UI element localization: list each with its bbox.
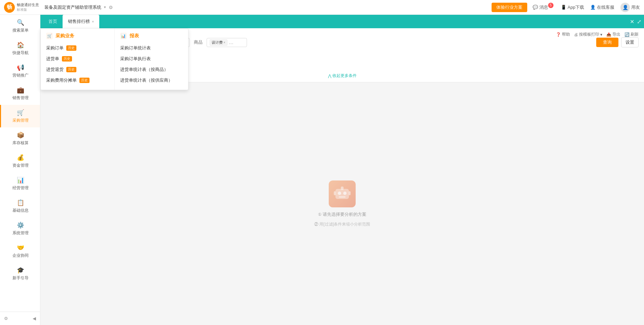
svg-point-2 (343, 192, 347, 195)
filter-toolbar-right: ❓ 帮助 🖨 按模板打印 ▾ 📤 导出 🔄 刷新 (556, 32, 639, 37)
message-icon: 💬 (533, 5, 538, 10)
sidebar-bottom: ⚙ ◀ (0, 312, 40, 325)
sidebar-item-label: 基础信息 (12, 208, 29, 213)
sidebar-item-nav[interactable]: 🏠 快捷导航 (0, 37, 40, 60)
empty-hint-1: ① 请先选择要分析的方案 (318, 211, 366, 217)
settings-button[interactable]: 设置 (621, 37, 639, 47)
system-settings-icon[interactable]: ⚙ (109, 5, 113, 10)
dropdown-item-return[interactable]: 进货退货 历史 (43, 64, 112, 75)
dropdown-item-report-1[interactable]: 采购订单执行表 (117, 53, 186, 64)
online-service-button[interactable]: 👤 在线客服 (590, 4, 614, 10)
dropdown-item-inbound[interactable]: 进货单 历史 (43, 53, 112, 64)
purchase-col: 🛒 采购业务 采购订单 历史 进货单 历史 进货退货 历史 采购费用分摊单 历史 (41, 29, 115, 90)
purchase-icon: 🛒 (17, 109, 24, 116)
refresh-icon: 🔄 (624, 32, 630, 37)
system-dropdown-arrow[interactable]: ▾ (104, 5, 106, 9)
app-download-button[interactable]: 📱 App下载 (561, 4, 584, 10)
sidebar-item-guide[interactable]: 🎓 新手引导 (0, 262, 40, 285)
logo-icon: 畅 (4, 2, 15, 13)
sidebar-item-basic[interactable]: 📋 基础信息 (0, 195, 40, 217)
message-button[interactable]: 💬 消息 5 (533, 4, 555, 10)
sidebar-item-purchase[interactable]: 🛒 采购管理 (0, 105, 40, 127)
dropdown-item-report-2[interactable]: 进货单统计表（按商品） (117, 64, 186, 75)
sidebar-item-label: 新手引导 (12, 275, 29, 281)
svg-point-1 (338, 192, 341, 195)
robot-svg (332, 184, 352, 204)
dropdown-item-report-0[interactable]: 采购订单统计表 (117, 43, 186, 53)
operation-icon: 📊 (17, 176, 24, 184)
purchase-dropdown: 🛒 采购业务 采购订单 历史 进货单 历史 进货退货 历史 采购费用分摊单 历史… (40, 28, 188, 90)
dropdown-item-report-3[interactable]: 进货单统计表（按供应商） (117, 75, 186, 86)
svg-rect-6 (349, 191, 351, 195)
sidebar-settings-icon[interactable]: ⚙ (4, 316, 8, 321)
dots-goods[interactable]: … (229, 40, 234, 45)
sidebar-item-enterprise[interactable]: 🤝 企业协同 (0, 240, 40, 262)
refresh-button[interactable]: 🔄 刷新 (624, 32, 639, 37)
print-button[interactable]: 🖨 按模板打印 ▾ (574, 32, 602, 37)
help-icon: ❓ (556, 32, 561, 37)
report-col-icon: 📊 (120, 33, 127, 39)
history-badge-2: 历史 (66, 67, 76, 72)
report-col: 📊 报表 采购订单统计表 采购订单执行表 进货单统计表（按商品） 进货单统计表（… (115, 29, 188, 90)
report-col-header: 📊 报表 (117, 33, 186, 39)
svg-rect-4 (341, 187, 344, 190)
user-area[interactable]: 👤 用友 (620, 3, 640, 12)
help-button[interactable]: ❓ 帮助 (556, 32, 570, 37)
top-bar: 畅 畅捷通好生意 标准版 装备及固定资产辅助管理系统 ▾ ⚙ 体验行业方案 💬 … (0, 0, 644, 15)
sidebar-item-label: 快捷导航 (12, 50, 29, 56)
dropdown-item-expense[interactable]: 采购费用分摊单 历史 (43, 75, 112, 86)
top-right-area: 💬 消息 5 📱 App下载 👤 在线客服 👤 用友 (533, 3, 640, 12)
sidebar-collapse-icon[interactable]: ◀ (33, 316, 36, 321)
sidebar-item-marketing[interactable]: 📢 营销推广 (0, 60, 40, 82)
tab-bar: 首页 销售排行榜 × ✕ ⤢ (40, 15, 644, 28)
history-badge-0: 历史 (66, 45, 76, 51)
sidebar-item-label: 搜索菜单 (12, 28, 29, 33)
industry-button[interactable]: 体验行业方案 (492, 3, 527, 12)
user-label: 用友 (631, 4, 640, 10)
guide-icon: 🎓 (17, 267, 24, 274)
inventory-icon: 📦 (17, 131, 24, 139)
search-icon: 🔍 (17, 19, 24, 26)
sidebar-item-sales[interactable]: 💼 销售管理 (0, 82, 40, 105)
history-badge-3: 历史 (79, 78, 90, 83)
system-name-area: 装备及固定资产辅助管理系统 ▾ ⚙ (44, 4, 492, 10)
goods-label: 商品 (194, 39, 203, 45)
print-dropdown-icon[interactable]: ▾ (600, 32, 602, 37)
tab-sales-rank[interactable]: 销售排行榜 × (63, 15, 99, 28)
system-icon: ⚙️ (17, 221, 24, 229)
tab-window-close-icon[interactable]: ✕ (630, 18, 634, 25)
logo-sub: 标准版 (17, 7, 39, 12)
tab-home[interactable]: 首页 (43, 15, 63, 28)
message-label: 消息 (539, 4, 548, 10)
sidebar-item-search[interactable]: 🔍 搜索菜单 (0, 15, 40, 37)
home-icon: 🏠 (17, 41, 24, 49)
user-avatar: 👤 (620, 3, 630, 12)
svg-rect-5 (334, 191, 336, 195)
sales-icon: 💼 (17, 86, 24, 94)
dropdown-item-purchase-order[interactable]: 采购订单 历史 (43, 43, 112, 53)
tab-right-buttons: ✕ ⤢ (630, 18, 641, 25)
sidebar-item-funds[interactable]: 💰 资金管理 (0, 150, 40, 172)
sidebar-item-inventory[interactable]: 📦 库存核算 (0, 127, 40, 150)
print-icon: 🖨 (574, 32, 578, 37)
goods-select[interactable]: 设计费 × … (207, 38, 247, 47)
enterprise-icon: 🤝 (17, 244, 24, 251)
sidebar-item-system[interactable]: ⚙️ 系统管理 (0, 217, 40, 240)
purchase-col-icon: 🛒 (46, 33, 53, 39)
empty-state: ① 请先选择要分析的方案 ② 用[过滤]条件来缩小分析范围 (40, 82, 644, 325)
sidebar-item-operation[interactable]: 📊 经营管理 (0, 172, 40, 195)
empty-hint-2: ② 用[过滤]条件来缩小分析范围 (314, 221, 370, 227)
goods-tag: 设计费 × (210, 39, 227, 46)
marketing-icon: 📢 (17, 64, 24, 71)
export-button[interactable]: 📤 导出 (606, 32, 620, 37)
online-service-icon: 👤 (590, 5, 596, 10)
goods-tag-remove[interactable]: × (223, 41, 225, 44)
query-button[interactable]: 查询 (596, 38, 618, 47)
tab-close-icon[interactable]: × (92, 19, 94, 24)
sidebar: 🔍 搜索菜单 🏠 快捷导航 📢 营销推广 💼 销售管理 🛒 采购管理 📦 库存核… (0, 15, 40, 325)
svg-rect-3 (339, 196, 346, 198)
sidebar-item-label: 企业协同 (12, 253, 29, 258)
tab-window-expand-icon[interactable]: ⤢ (637, 18, 641, 25)
sidebar-item-label: 经营管理 (12, 185, 29, 191)
query-actions: 查询 设置 (596, 37, 639, 47)
